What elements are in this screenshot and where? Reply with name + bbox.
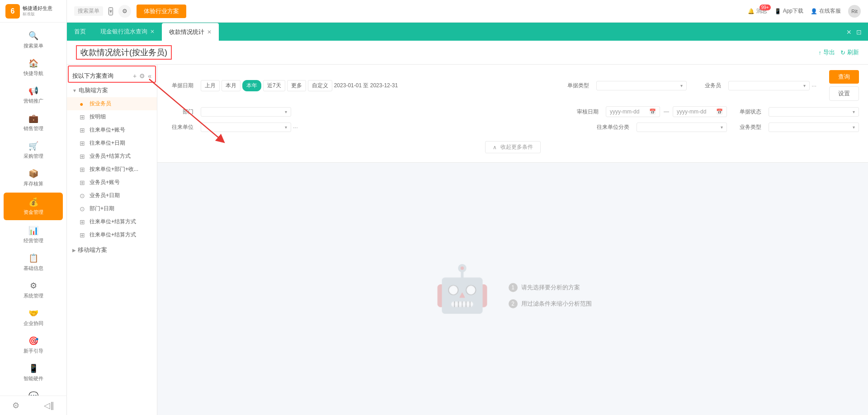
sidebar-item-inventory[interactable]: 📦 库存核算 [0, 164, 66, 192]
settings-bottom-icon[interactable]: ⚙ [12, 401, 19, 410]
hint-2-label: 用过滤条件来缩小分析范围 [521, 300, 592, 308]
sidebar-item-hardware[interactable]: 📱 智能硬件 [0, 359, 66, 387]
scheme-item-salesman-settlement[interactable]: ⊞ 业务员+结算方式 [67, 150, 157, 163]
sidebar: 6 畅捷通好生意 标准版 🔍 搜索菜单 🏠 快捷导航 📢 营销推广 💼 销售管理 [0, 0, 67, 415]
sidebar-item-system[interactable]: ⚙ 系统管理 [0, 276, 66, 304]
date-btn-this-year[interactable]: 本年 [242, 80, 261, 91]
export-button[interactable]: ↑ 导出 [819, 48, 835, 57]
dept-select[interactable]: ▾ [201, 107, 291, 117]
bell-icon: 🔔 [748, 8, 755, 14]
maximize-window-icon[interactable]: ⊡ [856, 28, 863, 35]
funds-icon: 💰 [28, 197, 38, 207]
sidebar-item-purchase[interactable]: 🛒 采购管理 [0, 137, 66, 164]
voucher-type-select[interactable]: ▾ [596, 81, 687, 90]
date-range-display: 2023-01-01 至 2023-12-31 [334, 82, 398, 90]
sidebar-label-sales: 销售管理 [24, 125, 43, 132]
scheme-item-by-detail[interactable]: ⊞ 按明细 [67, 110, 157, 123]
sidebar-item-operations[interactable]: 📊 经营管理 [0, 221, 66, 249]
date-btn-more[interactable]: 更多 [287, 80, 306, 91]
scheme-item-salesman-account[interactable]: ⊞ 业务员+账号 [67, 176, 157, 189]
header-left: 搜索菜单 ▾ ⚙ 体验行业方案 [74, 5, 186, 18]
counterpart-type-select[interactable]: ▾ [637, 123, 727, 132]
salesman-label: 业务员 [694, 82, 721, 90]
date-btn-this-month[interactable]: 本月 [222, 80, 241, 91]
salesman-arrow-icon: ▾ [803, 83, 806, 88]
date-btn-custom[interactable]: 自定义 [308, 80, 332, 91]
calendar-to-icon: 📅 [716, 108, 723, 115]
scheme-item-by-salesman[interactable]: ● 按业务员 [67, 97, 157, 110]
salesman-scheme-icon: ● [80, 100, 87, 108]
filter-settings-button[interactable]: 设置 [829, 86, 859, 101]
scheme-item-salesman-date-label: 业务员+日期 [90, 192, 120, 199]
sidebar-item-search[interactable]: 🔍 搜索菜单 [0, 26, 66, 54]
counterpart-type-label: 往来单位分类 [597, 123, 629, 131]
collapse-panel-button[interactable]: « [148, 72, 151, 80]
close-window-icon[interactable]: ✕ [846, 28, 853, 35]
biz-type-select[interactable]: ▾ [769, 123, 859, 132]
header-settings-button[interactable]: ⚙ [118, 5, 131, 18]
scheme-group-desktop-title[interactable]: ▼ 电脑端方案 [67, 84, 157, 97]
sidebar-item-basic[interactable]: 📋 基础信息 [0, 249, 66, 276]
detail-scheme-icon: ⊞ [80, 113, 87, 121]
operations-icon: 📊 [28, 226, 38, 236]
date-btn-last-month[interactable]: 上月 [201, 80, 220, 91]
empty-hint-1: 1 请先选择要分析的方案 [509, 283, 592, 292]
scheme-group-mobile-title[interactable]: ▶ 移动端方案 [67, 243, 157, 257]
query-button[interactable]: 查询 [829, 70, 859, 84]
scheme-settings-button[interactable]: ⚙ [139, 72, 145, 80]
counterpart-select[interactable]: ▾ [201, 123, 291, 132]
date-btn-7days[interactable]: 近7天 [263, 80, 285, 91]
collapse-sidebar-icon[interactable]: ◁‖ [44, 401, 54, 410]
dropdown-button[interactable]: ▾ [108, 7, 113, 15]
sidebar-item-funds[interactable]: 💰 资金管理 [4, 193, 63, 220]
sidebar-item-enterprise[interactable]: 🤝 企业协同 [0, 304, 66, 331]
online-service-button[interactable]: 👤 在线客服 [811, 7, 841, 15]
enterprise-icon: 🤝 [28, 308, 38, 318]
scheme-item-supplier-settlement1[interactable]: ⊞ 往来单位+结算方式 [67, 215, 157, 228]
salesman-more-btn[interactable]: ··· [811, 82, 816, 89]
data-area: 🤖 1 请先选择要分析的方案 2 用过滤条件来缩小分析范围 [157, 163, 868, 415]
sidebar-label-inventory: 库存核算 [24, 180, 43, 187]
review-date-to[interactable]: yyyy-mm-dd 📅 [673, 106, 727, 117]
counterpart-select-group: ▾ ··· [201, 123, 298, 132]
salesman-select[interactable]: ▾ [728, 81, 810, 90]
sidebar-label-marketing: 营销推广 [24, 98, 43, 104]
mobile-expand-icon: ▶ [72, 248, 76, 253]
voucher-status-select[interactable]: ▾ [769, 107, 859, 117]
sidebar-item-sales[interactable]: 💼 销售管理 [0, 109, 66, 137]
sidebar-item-nav[interactable]: 🏠 快捷导航 [0, 54, 66, 81]
tab-bank[interactable]: 现金银行流水查询 ✕ [93, 23, 162, 41]
empty-hints: 1 请先选择要分析的方案 2 用过滤条件来缩小分析范围 [509, 283, 592, 308]
desktop-expand-icon: ▼ [72, 88, 77, 93]
add-scheme-button[interactable]: + [133, 72, 137, 80]
tab-home[interactable]: 首页 [67, 23, 93, 41]
scheme-item-supplier-settlement2[interactable]: ⊞ 往来单位+结算方式 [67, 228, 157, 241]
mobile-group-label: 移动端方案 [78, 246, 107, 254]
message-button[interactable]: 🔔 消息 99+ [748, 7, 767, 15]
sidebar-item-wechat[interactable]: 💬 企业微信 [0, 387, 66, 396]
tab-receipt-close[interactable]: ✕ [207, 29, 212, 35]
counterpart-more-btn[interactable]: ··· [293, 124, 298, 131]
tab-receipt[interactable]: 收款情况统计 ✕ [162, 23, 219, 41]
sidebar-item-guide[interactable]: 🎯 新手引导 [0, 331, 66, 359]
sidebar-nav: 🔍 搜索菜单 🏠 快捷导航 📢 营销推广 💼 销售管理 🛒 采购管理 📦 [0, 23, 66, 396]
trial-button[interactable]: 体验行业方案 [137, 5, 186, 18]
supplier-settlement1-icon: ⊞ [80, 218, 87, 226]
app-download-button[interactable]: 📱 App下载 [774, 7, 803, 15]
scheme-item-dept-date[interactable]: ⊙ 部门+日期 [67, 202, 157, 215]
inventory-icon: 📦 [28, 169, 38, 179]
empty-state: 🤖 1 请先选择要分析的方案 2 用过滤条件来缩小分析范围 [434, 262, 592, 316]
counterpart-type-arrow-icon: ▾ [721, 125, 723, 130]
scheme-item-salesman-date[interactable]: ⊙ 业务员+日期 [67, 189, 157, 202]
sidebar-label-basic: 基础信息 [24, 265, 43, 272]
scheme-item-by-supplier-dept[interactable]: ⊞ 按来单位+部门+收... [67, 163, 157, 176]
sidebar-item-marketing[interactable]: 📢 营销推广 [0, 81, 66, 109]
scheme-item-supplier-date[interactable]: ⊞ 往来单位+日期 [67, 137, 157, 150]
refresh-button[interactable]: ↻ 刷新 [840, 48, 859, 57]
tab-bank-close[interactable]: ✕ [150, 28, 155, 35]
scheme-item-supplier-account[interactable]: ⊞ 往来单位+账号 [67, 123, 157, 137]
page-actions: ↑ 导出 ↻ 刷新 [819, 48, 859, 57]
user-avatar[interactable]: Rit [848, 5, 861, 18]
review-date-from[interactable]: yyyy-mm-dd 📅 [606, 106, 660, 117]
collapse-button[interactable]: ∧ 收起更多条件 [485, 141, 541, 153]
